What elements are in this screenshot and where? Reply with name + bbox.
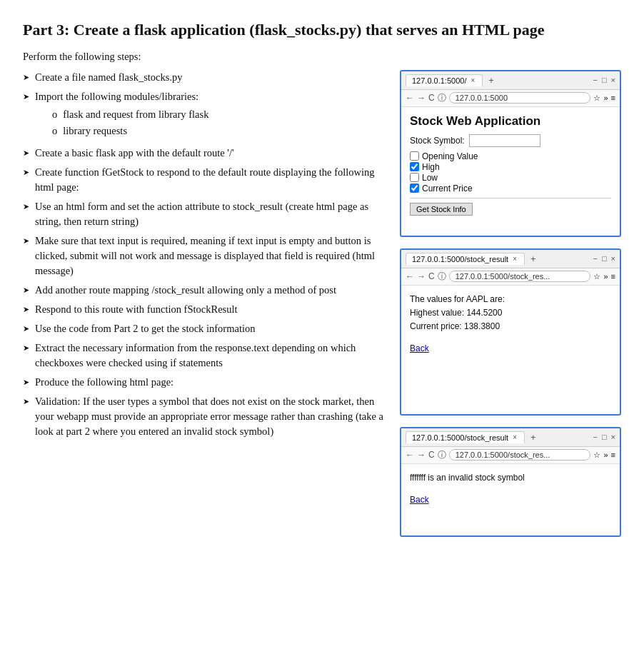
tab-plus-1[interactable]: + xyxy=(485,75,497,86)
list-item: Add another route mapping /stock_result … xyxy=(23,283,386,298)
tab-plus-2[interactable]: + xyxy=(528,253,539,264)
substeps-list: flask and request from library flask lib… xyxy=(52,107,386,139)
get-stock-button[interactable]: Get Stock Info xyxy=(410,203,473,216)
browser-content-1: Stock Web Application Stock Symbol: Open… xyxy=(401,107,620,236)
tab-plus-3[interactable]: + xyxy=(528,432,539,443)
browser-addressbar-1: ← → C ⓘ 127.0.0.1:5000 ☆ » ≡ xyxy=(401,90,620,107)
checkbox-group: Opening Value High Low Current Price xyxy=(410,151,611,193)
checkbox-opening-label: Opening Value xyxy=(422,151,478,161)
tab-close-2[interactable]: × xyxy=(513,255,517,263)
checkbox-opening-input[interactable] xyxy=(410,151,419,161)
nav-fwd-1[interactable]: → xyxy=(417,93,426,103)
list-item: Use the code from Part 2 to get the stoc… xyxy=(23,321,386,336)
list-item: Import the following modules/libraries: … xyxy=(23,89,386,141)
menu-icon-3[interactable]: ≡ xyxy=(611,451,615,459)
address-box-1[interactable]: 127.0.0.1:5000 xyxy=(449,92,591,104)
address-box-2[interactable]: 127.0.0.1:5000/stock_res... xyxy=(449,271,591,282)
main-layout: Create a file named flask_stocks.py Impo… xyxy=(23,70,621,537)
nav-info-1: ⓘ xyxy=(438,92,446,104)
checkbox-high-label: High xyxy=(422,162,440,172)
chevron-icon-1[interactable]: » xyxy=(603,94,608,102)
win-close-2[interactable]: × xyxy=(611,254,615,263)
win-min-3[interactable]: − xyxy=(593,433,597,441)
star-icon-1[interactable]: ☆ xyxy=(593,94,600,103)
result-line-2: Highest value: 144.5200 xyxy=(410,306,611,320)
checkbox-low-input[interactable] xyxy=(410,173,419,182)
result-text: The values for AAPL are: Highest value: … xyxy=(410,293,611,334)
browser-titlebar-1: 127.0.0.1:5000/ × + − □ × xyxy=(401,71,620,90)
browser-addressbar-2: ← → C ⓘ 127.0.0.1:5000/stock_res... ☆ » … xyxy=(401,268,620,286)
nav-back-2[interactable]: ← xyxy=(406,271,414,281)
browser-content-3: fffffff is an invalid stock symbol Back xyxy=(401,464,620,535)
win-min-2[interactable]: − xyxy=(593,254,597,263)
tab-label-2: 127.0.0.1:5000/stock_result xyxy=(412,255,508,263)
tab-label-1: 127.0.0.1:5000/ xyxy=(412,76,466,85)
chevron-icon-3[interactable]: » xyxy=(603,451,608,459)
list-item: Use an html form and set the action attr… xyxy=(23,199,386,229)
checkbox-current-price[interactable]: Current Price xyxy=(410,183,611,193)
tab-close-1[interactable]: × xyxy=(471,76,475,84)
result-line-3: Current price: 138.3800 xyxy=(410,320,611,333)
back-link-2[interactable]: Back xyxy=(410,343,429,353)
separator xyxy=(410,198,611,198)
nav-fwd-2[interactable]: → xyxy=(417,271,426,281)
intro-text: Perform the following steps: xyxy=(23,51,621,63)
list-item: Create a file named flask_stocks.py xyxy=(23,70,386,85)
nav-info-3: ⓘ xyxy=(438,449,446,461)
list-item: Validation: If the user types a symbol t… xyxy=(23,394,386,439)
nav-refresh-2[interactable]: C xyxy=(428,271,435,281)
win-controls-1: − □ × xyxy=(593,76,615,84)
nav-info-2: ⓘ xyxy=(438,271,446,283)
checkbox-high[interactable]: High xyxy=(410,162,611,172)
star-icon-2[interactable]: ☆ xyxy=(593,272,600,281)
checkbox-current-price-input[interactable] xyxy=(410,183,419,193)
menu-icon-2[interactable]: ≡ xyxy=(611,272,615,281)
error-message: fffffff is an invalid stock symbol xyxy=(410,471,611,485)
tab-close-3[interactable]: × xyxy=(513,433,517,441)
tab-label-3: 127.0.0.1:5000/stock_result xyxy=(412,433,508,442)
win-max-3[interactable]: □ xyxy=(602,433,607,441)
stock-symbol-input[interactable] xyxy=(469,134,540,147)
browser-window-3: 127.0.0.1:5000/stock_result × + − □ × ← … xyxy=(400,427,621,537)
stock-app-title: Stock Web Application xyxy=(410,114,611,129)
star-icon-3[interactable]: ☆ xyxy=(593,451,600,460)
page-title: Part 3: Create a flask application (flas… xyxy=(23,20,621,41)
nav-refresh-1[interactable]: C xyxy=(428,93,435,103)
browser-tab-3[interactable]: 127.0.0.1:5000/stock_result × xyxy=(406,431,525,443)
browser-addressbar-3: ← → C ⓘ 127.0.0.1:5000/stock_res... ☆ » … xyxy=(401,447,620,464)
win-controls-2: − □ × xyxy=(593,254,615,263)
list-item: Create function fGetStock to respond to … xyxy=(23,165,386,195)
result-line-1: The values for AAPL are: xyxy=(410,293,611,306)
win-close-3[interactable]: × xyxy=(611,433,615,441)
list-item: Produce the following html page: xyxy=(23,375,386,390)
checkbox-opening-value[interactable]: Opening Value xyxy=(410,151,611,161)
nav-fwd-3[interactable]: → xyxy=(417,450,426,460)
menu-icon-1[interactable]: ≡ xyxy=(611,94,615,102)
browser-tab-2[interactable]: 127.0.0.1:5000/stock_result × xyxy=(406,253,525,265)
win-max-2[interactable]: □ xyxy=(602,254,607,263)
browser-titlebar-2: 127.0.0.1:5000/stock_result × + − □ × xyxy=(401,250,620,268)
checkbox-current-price-label: Current Price xyxy=(422,183,473,193)
steps-list: Create a file named flask_stocks.py Impo… xyxy=(23,70,386,439)
list-item: flask and request from library flask xyxy=(52,107,386,122)
checkbox-high-input[interactable] xyxy=(410,162,419,171)
nav-back-3[interactable]: ← xyxy=(406,450,414,460)
list-item: Make sure that text input is required, m… xyxy=(23,233,386,278)
win-max-1[interactable]: □ xyxy=(602,76,607,84)
chevron-icon-2[interactable]: » xyxy=(603,272,608,281)
list-item: Extract the necessary information from t… xyxy=(23,341,386,371)
browser-tab-1[interactable]: 127.0.0.1:5000/ × xyxy=(406,74,483,86)
list-item: library requests xyxy=(52,124,386,139)
win-close-1[interactable]: × xyxy=(611,76,615,84)
win-min-1[interactable]: − xyxy=(593,76,597,84)
left-column: Create a file named flask_stocks.py Impo… xyxy=(23,70,386,443)
stock-symbol-label: Stock Symbol: xyxy=(410,136,465,146)
browser-titlebar-3: 127.0.0.1:5000/stock_result × + − □ × xyxy=(401,428,620,447)
checkbox-low[interactable]: Low xyxy=(410,173,611,183)
address-box-3[interactable]: 127.0.0.1:5000/stock_res... xyxy=(449,449,591,461)
error-text: fffffff is an invalid stock symbol xyxy=(410,471,611,485)
nav-refresh-3[interactable]: C xyxy=(428,450,435,460)
stock-symbol-row: Stock Symbol: xyxy=(410,134,611,147)
nav-back-1[interactable]: ← xyxy=(406,93,414,103)
back-link-3[interactable]: Back xyxy=(410,495,429,505)
